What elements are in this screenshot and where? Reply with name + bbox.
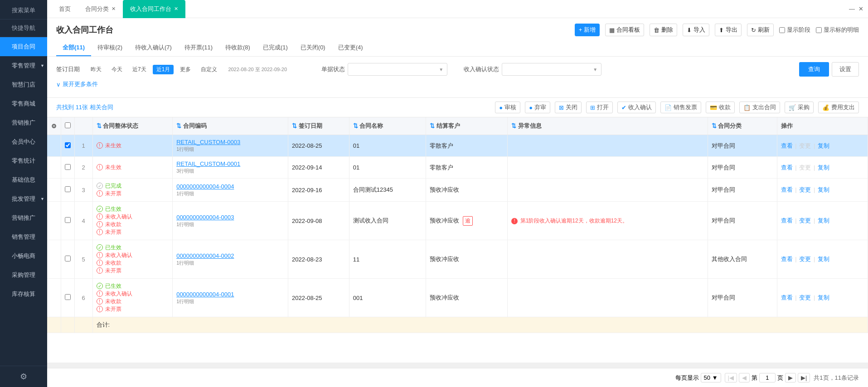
filter-tab-pending-invoice[interactable]: 待开票(11)	[178, 40, 219, 56]
row1-checkbox[interactable]	[61, 135, 74, 157]
sidebar-item-member-center[interactable]: 会员中心	[0, 132, 47, 151]
action-payment[interactable]: 💳 收款	[706, 102, 735, 113]
row6-check[interactable]	[65, 294, 71, 300]
row6-checkbox[interactable]	[61, 279, 74, 317]
sidebar-item-marketing2[interactable]: 营销推广	[0, 208, 47, 227]
row5-op-change[interactable]: 变更	[799, 256, 811, 262]
name-col-header[interactable]: ⇅ 合同名称	[349, 117, 426, 135]
row5-op-view[interactable]: 查看	[781, 256, 793, 262]
row5-op-copy[interactable]: 复制	[818, 256, 829, 262]
import-button[interactable]: ⬇ 导入	[683, 24, 709, 36]
row1-code-link[interactable]: RETAIL_CUSTOM-0003	[176, 139, 240, 145]
action-review[interactable]: ● 审核	[495, 102, 520, 113]
row1-op-change[interactable]: 变更	[799, 142, 811, 149]
show-mark-input[interactable]	[816, 27, 822, 33]
row6-op-copy[interactable]: 复制	[818, 294, 829, 301]
category-col-header[interactable]: ⇅ 合同分类	[708, 117, 777, 135]
sidebar-item-retail-mall[interactable]: 零售商城	[0, 94, 47, 113]
page-next-btn[interactable]: ▶	[785, 373, 796, 382]
sidebar-item-wholesale-mgmt[interactable]: 批发管理	[0, 189, 47, 208]
row1-op-view[interactable]: 查看	[781, 142, 793, 149]
row4-op-view[interactable]: 查看	[781, 217, 793, 224]
row6-op-view[interactable]: 查看	[781, 294, 793, 301]
filter-tab-changed[interactable]: 已变更(4)	[332, 40, 369, 56]
shortcut-7days[interactable]: 近7天	[129, 65, 150, 74]
tab-income-contract-close[interactable]: ✕	[174, 6, 178, 12]
shortcut-custom[interactable]: 自定义	[197, 65, 221, 74]
page-first-btn[interactable]: |◀	[725, 373, 737, 382]
tab-contract-category-close[interactable]: ✕	[112, 6, 116, 12]
sidebar-item-project-contract[interactable]: 项目合同	[0, 37, 47, 56]
row4-code-link[interactable]: 0000000000004-0003	[176, 214, 234, 221]
row5-check[interactable]	[65, 256, 71, 261]
tab-contract-category[interactable]: 合同分类 ✕	[78, 0, 123, 18]
row2-checkbox[interactable]	[61, 157, 74, 179]
shortcut-more[interactable]: 更多	[176, 65, 194, 74]
row1-check[interactable]	[65, 142, 71, 148]
row2-op-view[interactable]: 查看	[781, 164, 793, 171]
row5-checkbox[interactable]	[61, 240, 74, 279]
sidebar-item-purchase-mgmt[interactable]: 采购管理	[0, 266, 47, 285]
customer-col-header[interactable]: ⇅ 结算客户	[426, 117, 508, 135]
code-col-header[interactable]: ⇅ 合同编码	[173, 117, 288, 135]
show-mark-checkbox[interactable]: 显示标的明细	[816, 26, 859, 34]
row3-op-view[interactable]: 查看	[781, 186, 793, 193]
row2-code-link[interactable]: RETAIL_CUSTOM-0001	[176, 160, 240, 167]
sign-date-col-header[interactable]: ⇅ 签订日期	[288, 117, 349, 135]
income-confirm-select[interactable]: ▼	[502, 63, 601, 76]
tab-home[interactable]: 首页	[52, 0, 78, 18]
error-col-header[interactable]: ⇅ 异常信息	[508, 117, 708, 135]
row3-op-copy[interactable]: 复制	[818, 186, 829, 193]
minimize-icon[interactable]: —	[849, 5, 855, 12]
filter-tab-pending-payment[interactable]: 待收款(8)	[219, 40, 257, 56]
action-open[interactable]: ⊞ 打开	[586, 102, 613, 113]
shortcut-today[interactable]: 今天	[108, 65, 126, 74]
shortcut-yesterday[interactable]: 昨天	[87, 65, 105, 74]
row6-op-change[interactable]: 变更	[799, 294, 811, 301]
status-col-header[interactable]: ⇅ 合同整体状态	[92, 117, 173, 135]
page-input[interactable]	[759, 373, 776, 382]
row4-checkbox[interactable]	[61, 202, 74, 240]
sidebar-item-retail-mgmt[interactable]: 零售管理	[0, 56, 47, 75]
row2-op-copy[interactable]: 复制	[818, 164, 829, 171]
sidebar-item-retail-stats[interactable]: 零售统计	[0, 151, 47, 170]
sidebar-settings[interactable]: ⚙	[0, 366, 47, 387]
row5-code-link[interactable]: 0000000000004-0002	[176, 252, 234, 259]
table-row[interactable]: 1 ! 未生效 RETAIL_CUSTOM-0003 1行明细 2022-08-…	[47, 135, 868, 157]
row1-op-copy[interactable]: 复制	[818, 142, 829, 149]
row3-code-link[interactable]: 0000000000004-0004	[176, 183, 234, 190]
row4-op-copy[interactable]: 复制	[818, 217, 829, 224]
row2-check[interactable]	[65, 164, 71, 170]
sidebar-quick-nav[interactable]: 快捷导航	[0, 19, 47, 37]
sidebar-item-smart-store[interactable]: 智慧门店	[0, 75, 47, 94]
filter-tab-pending-income[interactable]: 待收入确认(7)	[129, 40, 178, 56]
new-button[interactable]: + 新增	[575, 24, 600, 36]
filter-tab-pending-review[interactable]: 待审核(2)	[91, 40, 129, 56]
row2-op-change[interactable]: 变更	[799, 164, 811, 171]
action-expense-out[interactable]: 💰 费用支出	[818, 102, 859, 113]
sidebar-item-marketing[interactable]: 营销推广	[0, 113, 47, 132]
refresh-button[interactable]: ↻ 刷新	[747, 24, 774, 36]
action-expense-contract[interactable]: 📋 支出合同	[739, 102, 780, 113]
expand-more-btn[interactable]: ∨ 展开更多条件	[56, 80, 98, 88]
settings-col-header[interactable]: ⚙	[47, 117, 61, 135]
sidebar-item-ecommerce[interactable]: 小畅电商	[0, 247, 47, 266]
action-close[interactable]: ⊠ 关闭	[555, 102, 582, 113]
table-row[interactable]: 4 ✓ 已生效 ! 未收入确认 ! 未收款	[47, 202, 868, 240]
doc-status-select[interactable]: ▼	[348, 63, 447, 76]
export-button[interactable]: ⬆ 导出	[715, 24, 742, 36]
set-button[interactable]: 设置	[832, 62, 859, 77]
filter-tab-closed[interactable]: 已关闭(0)	[294, 40, 332, 56]
close-icon[interactable]: ✕	[858, 5, 863, 12]
sidebar-item-inventory[interactable]: 库存核算	[0, 285, 47, 304]
action-abandon-review[interactable]: ● 弃审	[525, 102, 550, 113]
kanban-button[interactable]: ▦ 合同看板	[605, 24, 644, 36]
show-stage-input[interactable]	[779, 27, 785, 33]
row4-op-change[interactable]: 变更	[799, 217, 811, 224]
action-income-confirm[interactable]: ✔ 收入确认	[617, 102, 656, 113]
table-row[interactable]: 5 ✓ 已生效 ! 未收入确认 ! 未收款	[47, 240, 868, 279]
action-sales-invoice[interactable]: 📄 销售发票	[660, 102, 701, 113]
table-row[interactable]: 6 ✓ 已生效 ! 未收入确认 ! 未收款	[47, 279, 868, 317]
row3-checkbox[interactable]	[61, 179, 74, 202]
page-prev-btn[interactable]: ◀	[739, 373, 750, 382]
